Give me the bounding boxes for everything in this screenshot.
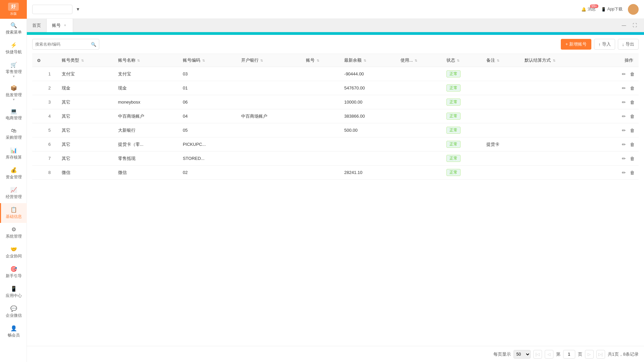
sidebar-icon-8: 📈 bbox=[10, 187, 17, 193]
sidebar-item-8[interactable]: 📈 经营管理 bbox=[0, 183, 27, 203]
row-edit-button-4[interactable]: ✏ bbox=[621, 127, 627, 134]
import-icon: ↑ bbox=[598, 42, 601, 47]
sidebar-item-3[interactable]: 📦 批发管理 ▼ bbox=[0, 81, 27, 105]
sidebar-item-1[interactable]: ⚡ 快捷导航 bbox=[0, 39, 27, 58]
first-page-button[interactable]: |◁ bbox=[533, 350, 542, 359]
tab-account[interactable]: 账号 × bbox=[47, 19, 73, 32]
col-balance-header[interactable]: 最新余额 ⇅ bbox=[341, 54, 398, 67]
export-button[interactable]: ↓ 导出 bbox=[618, 39, 639, 50]
row-status-2: 正常 bbox=[444, 95, 484, 109]
message-button[interactable]: 🔔 消息 99+ bbox=[581, 6, 596, 12]
sidebar-icon-0: 🔍 bbox=[10, 22, 17, 28]
row-settings-5 bbox=[32, 137, 46, 152]
row-delete-button-1[interactable]: 🗑 bbox=[629, 85, 636, 92]
sidebar-item-14[interactable]: 💬 企业微信 bbox=[0, 302, 27, 322]
sidebar-item-13[interactable]: 📱 应用中心 bbox=[0, 282, 27, 302]
sidebar-icon-5: 🛍 bbox=[11, 128, 16, 134]
import-button[interactable]: ↑ 导入 bbox=[594, 39, 615, 50]
tab-actions: — ⛶ bbox=[620, 21, 644, 29]
row-edit-button-6[interactable]: ✏ bbox=[621, 155, 627, 162]
sidebar-item-6[interactable]: 📊 库存核算 bbox=[0, 144, 27, 164]
pagination: 每页显示 50 100 |◁ ◁ 第 页 ▷ ▷| 共1页，8条记录 bbox=[27, 346, 644, 362]
per-page-label: 每页显示 bbox=[493, 351, 511, 357]
row-edit-button-7[interactable]: ✏ bbox=[621, 169, 627, 176]
sidebar-label-5: 采购管理 bbox=[6, 135, 22, 140]
col-type-header[interactable]: 账号类型 ⇅ bbox=[59, 54, 115, 67]
row-default-settlement-1 bbox=[522, 81, 596, 95]
row-delete-button-2[interactable]: 🗑 bbox=[629, 99, 636, 106]
sidebar-label-2: 零售管理 bbox=[6, 69, 22, 75]
row-status-0: 正常 bbox=[444, 67, 484, 81]
tab-minimize-button[interactable]: — bbox=[620, 21, 628, 29]
sidebar-label-11: 企业协同 bbox=[6, 253, 22, 259]
col-bank-header[interactable]: 开户银行 ⇅ bbox=[238, 54, 303, 67]
row-edit-button-3[interactable]: ✏ bbox=[621, 113, 627, 120]
row-usage-3 bbox=[398, 109, 444, 123]
row-delete-button-7[interactable]: 🗑 bbox=[629, 169, 636, 176]
row-bank-4 bbox=[238, 123, 303, 137]
row-num-5: 6 bbox=[46, 137, 59, 152]
col-account-header[interactable]: 账号 ⇅ bbox=[303, 54, 341, 67]
next-page-button[interactable]: ▷ bbox=[585, 350, 594, 359]
row-bank-2 bbox=[238, 95, 303, 109]
tab-account-label: 账号 bbox=[52, 22, 61, 28]
row-name-2: moneybosx bbox=[115, 95, 180, 109]
row-edit-button-2[interactable]: ✏ bbox=[621, 99, 627, 106]
row-balance-5 bbox=[341, 137, 398, 152]
last-page-button[interactable]: ▷| bbox=[596, 350, 605, 359]
topbar-dropdown[interactable]: ▼ bbox=[76, 7, 80, 12]
col-remark-header[interactable]: 备注 ⇅ bbox=[484, 54, 522, 67]
table-row: 2 现金 现金 01 547670.00 正常 ✏ 🗑 bbox=[32, 81, 639, 95]
col-settings-header[interactable]: ⚙ bbox=[32, 54, 46, 67]
row-type-7: 微信 bbox=[59, 166, 115, 180]
sidebar-item-4[interactable]: 💻 电商管理 bbox=[0, 105, 27, 124]
row-remark-0 bbox=[484, 67, 522, 81]
sidebar-item-15[interactable]: 👤 畅会员 bbox=[0, 322, 27, 342]
row-delete-button-3[interactable]: 🗑 bbox=[629, 113, 636, 120]
sidebar-item-9[interactable]: 📋 基础信息 bbox=[0, 203, 27, 223]
sidebar-item-2[interactable]: 🛒 零售管理 ▼ bbox=[0, 58, 27, 81]
sidebar-label-3: 批发管理 bbox=[6, 92, 22, 98]
row-delete-button-4[interactable]: 🗑 bbox=[629, 127, 636, 134]
row-status-4: 正常 bbox=[444, 123, 484, 137]
col-default-settlement-header[interactable]: 默认结算方式 ⇅ bbox=[522, 54, 596, 67]
tab-maximize-button[interactable]: ⛶ bbox=[631, 21, 639, 29]
export-label: 导出 bbox=[626, 41, 634, 47]
row-edit-button-5[interactable]: ✏ bbox=[621, 141, 627, 148]
row-remark-4 bbox=[484, 123, 522, 137]
row-remark-5: 提货卡 bbox=[484, 137, 522, 152]
tab-home[interactable]: 首页 bbox=[27, 19, 47, 32]
user-avatar[interactable] bbox=[628, 4, 639, 15]
tab-close-icon[interactable]: × bbox=[63, 23, 67, 28]
row-delete-button-0[interactable]: 🗑 bbox=[629, 71, 636, 77]
add-account-button[interactable]: + 新增账号 bbox=[561, 39, 591, 50]
row-edit-button-0[interactable]: ✏ bbox=[621, 71, 627, 77]
col-status-header[interactable]: 状态 ⇅ bbox=[444, 54, 484, 67]
sidebar-icon-15: 👤 bbox=[10, 325, 17, 331]
sidebar-label-8: 经营管理 bbox=[6, 194, 22, 200]
row-edit-button-1[interactable]: ✏ bbox=[621, 85, 627, 92]
prev-page-button[interactable]: ◁ bbox=[545, 350, 553, 359]
col-code-header[interactable]: 账号编码 ⇅ bbox=[180, 54, 238, 67]
sidebar-item-11[interactable]: 🤝 企业协同 bbox=[0, 243, 27, 262]
page-number-input[interactable] bbox=[563, 350, 575, 359]
search-input[interactable] bbox=[35, 42, 91, 47]
app-download-button[interactable]: 📱 App下载 bbox=[601, 6, 623, 12]
sidebar-item-12[interactable]: 🎯 新手引导 bbox=[0, 262, 27, 282]
sidebar-item-0[interactable]: 🔍 搜索菜单 bbox=[0, 19, 27, 39]
per-page-select[interactable]: 50 100 bbox=[514, 350, 531, 359]
table-header-row: ⚙ 账号类型 ⇅ 账号名称 ⇅ 账号编码 ⇅ 开户银行 ⇅ 账号 ⇅ 最新余额 … bbox=[32, 54, 639, 67]
col-usage-header[interactable]: 使用... ⇅ bbox=[398, 54, 444, 67]
sidebar-item-5[interactable]: 🛍 采购管理 bbox=[0, 124, 27, 144]
row-usage-4 bbox=[398, 123, 444, 137]
row-status-3: 正常 bbox=[444, 109, 484, 123]
row-delete-button-6[interactable]: 🗑 bbox=[629, 155, 636, 162]
col-name-header[interactable]: 账号名称 ⇅ bbox=[115, 54, 180, 67]
row-name-4: 大新银行 bbox=[115, 123, 180, 137]
search-icon[interactable]: 🔍 bbox=[91, 42, 96, 47]
row-name-0: 支付宝 bbox=[115, 67, 180, 81]
row-delete-button-5[interactable]: 🗑 bbox=[629, 141, 636, 148]
sidebar-item-7[interactable]: 💰 资金管理 bbox=[0, 164, 27, 183]
topbar-search-input[interactable] bbox=[32, 5, 72, 14]
sidebar-item-10[interactable]: ⚙ 系统管理 bbox=[0, 223, 27, 243]
